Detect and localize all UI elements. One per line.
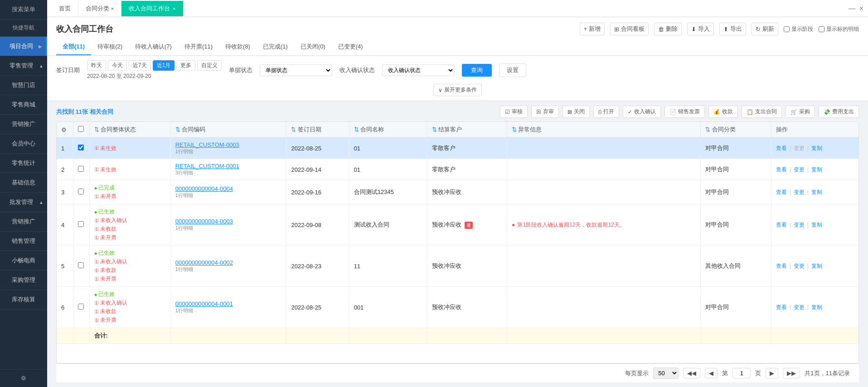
contract-code-link[interactable]: 0000000000004-0001 [175, 300, 282, 307]
sidebar-item-project-contract[interactable]: 项目合同 ▶ [0, 37, 47, 56]
view-link[interactable]: 查看 [776, 145, 787, 151]
tab-home[interactable]: 首页 [52, 1, 78, 16]
copy-link[interactable]: 复制 [811, 304, 822, 310]
page-number-input[interactable] [732, 368, 751, 378]
refresh-button[interactable]: ↻ 刷新 [752, 23, 778, 35]
sidebar-item-xiaochang-ecom[interactable]: 小畅电商 [0, 251, 47, 271]
row-checkbox[interactable] [73, 246, 89, 287]
delete-button[interactable]: 🗑 删除 [654, 23, 682, 35]
sidebar-item-smart-store[interactable]: 智慧门店 [0, 76, 47, 95]
contract-code-link[interactable]: 0000000000004-0004 [175, 185, 282, 192]
edit-link[interactable]: 变更 [794, 263, 805, 269]
sub-tab-all[interactable]: 全部(11) [56, 39, 91, 55]
import-button[interactable]: ⬇ 导入 [687, 23, 714, 35]
sidebar-quick-nav[interactable]: 快捷导航 [0, 19, 47, 37]
copy-link[interactable]: 复制 [811, 263, 822, 269]
date-btn-custom[interactable]: 自定义 [197, 60, 222, 71]
sidebar-item-wholesale-mgmt[interactable]: 批发管理 ▲ [0, 193, 47, 212]
prev-page-button[interactable]: ◀ [705, 368, 718, 378]
copy-link[interactable]: 复制 [811, 145, 822, 151]
tab-close-active-icon[interactable]: × [173, 6, 175, 11]
first-page-button[interactable]: ◀◀ [683, 368, 700, 378]
next-page-button[interactable]: ▶ [766, 368, 778, 378]
contract-code-link[interactable]: 0000000000004-0003 [175, 218, 282, 225]
tab-income-contract[interactable]: 收入合同工作台 × [121, 1, 183, 16]
sidebar-search[interactable]: 搜索菜单 [0, 0, 47, 19]
date-btn-more[interactable]: 更多 [176, 60, 195, 71]
sidebar-item-inventory[interactable]: 库存核算 [0, 290, 47, 310]
edit-link[interactable]: 变更 [794, 145, 805, 151]
sidebar-item-retail-stats[interactable]: 零售统计 [0, 154, 47, 173]
contract-code-link[interactable]: RETAIL_CUSTOM-0003 [175, 141, 282, 148]
expense-out-button[interactable]: 📋 支出合同 [742, 106, 782, 118]
edit-link[interactable]: 变更 [794, 166, 805, 173]
date-btn-today[interactable]: 今天 [108, 60, 127, 71]
sidebar-item-marketing[interactable]: 营销推广 [0, 115, 47, 134]
sub-tab-changed[interactable]: 已变更(4) [332, 39, 369, 55]
sidebar-item-sales-mgmt[interactable]: 销售管理 [0, 232, 47, 251]
expense-pay-button[interactable]: 💸 费用支出 [819, 106, 859, 118]
row-checkbox[interactable] [73, 159, 89, 180]
view-link[interactable]: 查看 [776, 304, 787, 310]
row-checkbox[interactable] [73, 287, 89, 328]
row-checkbox[interactable] [73, 180, 89, 204]
sales-invoice-button[interactable]: 📄 销售发票 [664, 106, 705, 118]
sidebar-item-retail-mall[interactable]: 零售商城 [0, 95, 47, 115]
close-button[interactable]: × [859, 5, 863, 13]
date-btn-yesterday[interactable]: 昨天 [87, 60, 106, 71]
tab-close-icon[interactable]: × [111, 6, 114, 11]
copy-link[interactable]: 复制 [811, 189, 822, 195]
sub-tab-closed[interactable]: 已关闭(0) [294, 39, 332, 55]
show-stages-checkbox[interactable]: 显示阶段 [784, 25, 813, 33]
expand-conditions-button[interactable]: ∨ 展开更多条件 [433, 84, 482, 96]
purchase-button[interactable]: 🛒 采购 [786, 106, 815, 118]
show-marks-checkbox[interactable]: 显示标的明细 [819, 25, 859, 33]
col-settings[interactable]: ⚙ [57, 122, 73, 138]
minimize-button[interactable]: — [849, 5, 856, 13]
collect-button[interactable]: 💰 收款 [708, 106, 738, 118]
date-btn-last7d[interactable]: 近7天 [129, 60, 151, 71]
contract-code-link[interactable]: RETAIL_CUSTOM-0001 [175, 163, 282, 169]
close-button[interactable]: ⊠ 关闭 [563, 106, 590, 118]
filter-setting-button[interactable]: 设置 [499, 63, 526, 77]
query-button[interactable]: 查询 [462, 64, 492, 77]
row-checkbox[interactable] [73, 204, 89, 246]
view-link[interactable]: 查看 [776, 222, 787, 228]
income-confirm-select[interactable]: 收入确认状态 [382, 64, 455, 76]
select-all-checkbox[interactable] [78, 126, 84, 132]
edit-link[interactable]: 变更 [794, 304, 805, 310]
new-button[interactable]: + 新增 [580, 23, 605, 35]
sub-tab-completed[interactable]: 已完成(1) [257, 39, 294, 55]
sub-tab-pending-invoice[interactable]: 待开票(11) [178, 39, 219, 55]
view-link[interactable]: 查看 [776, 263, 787, 269]
tab-contract-category[interactable]: 合同分类 × [78, 1, 121, 16]
view-link[interactable]: 查看 [776, 166, 787, 173]
last-page-button[interactable]: ▶▶ [783, 368, 800, 378]
sidebar-item-purchase-mgmt[interactable]: 采购管理 [0, 271, 47, 290]
per-page-select[interactable]: 10 20 50 100 [653, 368, 679, 379]
view-link[interactable]: 查看 [776, 189, 787, 195]
sidebar-item-retail-management[interactable]: 零售管理 ▲ [0, 56, 47, 76]
sub-tab-pending-payment[interactable]: 待收款(8) [219, 39, 257, 55]
sidebar-item-basic-info[interactable]: 基础信息 [0, 173, 47, 193]
sub-tab-pending-confirm[interactable]: 待收入确认(7) [129, 39, 178, 55]
col-checkbox[interactable] [73, 122, 89, 138]
kanban-button[interactable]: ⊞ 合同看板 [610, 23, 649, 35]
sidebar-item-marketing2[interactable]: 营销推广 [0, 212, 47, 232]
sidebar-item-member-center[interactable]: 会员中心 [0, 134, 47, 154]
sidebar-settings[interactable]: ⚙ [0, 369, 47, 387]
sub-tab-pending-review[interactable]: 待审核(2) [91, 39, 129, 55]
income-confirm-button[interactable]: ✓ 收入确认 [623, 106, 661, 118]
date-btn-last1m[interactable]: 近1月 [153, 60, 175, 71]
copy-link[interactable]: 复制 [811, 166, 822, 173]
edit-link[interactable]: 变更 [794, 189, 805, 195]
row-checkbox[interactable] [73, 138, 89, 159]
contract-code-link[interactable]: 0000000000004-0002 [175, 259, 282, 266]
abandon-button[interactable]: ☒ 弃审 [531, 106, 559, 118]
export-button[interactable]: ⬆ 导出 [719, 23, 746, 35]
edit-link[interactable]: 变更 [794, 222, 805, 228]
doc-status-select[interactable]: 单据状态 [260, 64, 332, 76]
print-button[interactable]: ⎙ 打开 [593, 106, 619, 118]
audit-button[interactable]: ☑ 审核 [500, 106, 528, 118]
copy-link[interactable]: 复制 [811, 222, 822, 228]
